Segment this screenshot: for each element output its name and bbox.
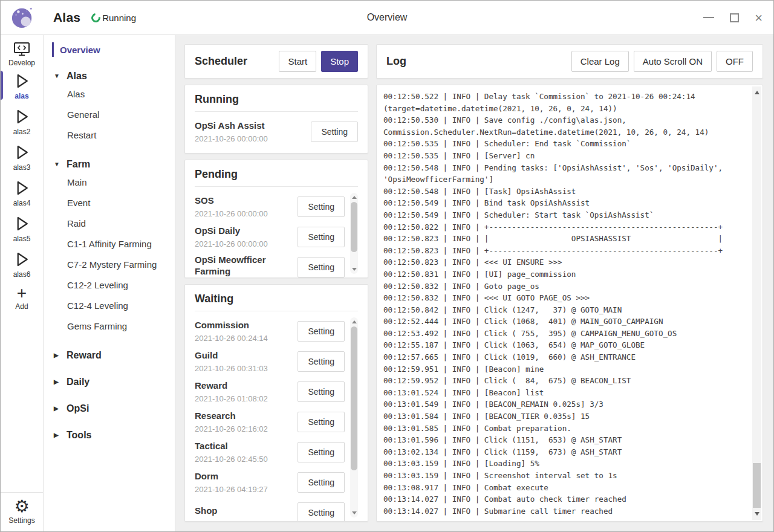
start-button[interactable]: Start [279,51,316,72]
status-label: Running [102,13,136,23]
scroll-up-icon[interactable] [352,320,357,323]
pending-list: SOS 2021-10-26 00:00:00 Setting OpSi Dai… [195,187,358,277]
waiting-scrollbar[interactable] [350,317,358,517]
log-line: 00:12:50.832 | INFO | <<< UI GOTO PAGE_O… [383,292,744,304]
setting-button[interactable]: Setting [298,472,345,493]
rail-label-alas: alas [15,92,28,100]
nav-group-reward[interactable]: ▶ Reward [44,348,175,363]
chevron-right-icon: ▶ [54,405,60,412]
scheduler-title: Scheduler [195,55,279,68]
log-line: 00:12:50.530 | INFO | Save config ./conf… [383,114,744,126]
nav-item-c12-4-leveling[interactable]: C12-4 Leveling [44,295,175,316]
setting-button[interactable]: Setting [298,227,345,247]
nav-group-label: Farm [67,159,90,170]
task-time: 2021-10-26 00:00:00 [195,209,298,218]
log-line: Commission.Scheduler.NextRun=datetime.da… [383,126,744,138]
log-line: 00:13:03.159 | INFO | [Loading] 5% [383,458,744,470]
rail-item-alas4[interactable]: alas4 [1,176,43,212]
app-title: Alas [53,10,80,25]
scroll-up-icon[interactable] [755,91,759,94]
task-name: Commission [195,320,298,331]
running-panel: Running OpSi Ash Assist 2021-10-26 00:00… [184,85,368,154]
nav-item-overview[interactable]: Overview [52,42,175,57]
log-lines: 00:12:50.522 | INFO | Delay task `Commis… [383,91,744,517]
nav-item-restart[interactable]: Restart [44,125,175,145]
setting-button[interactable]: Setting [298,381,345,402]
rail-item-alas3[interactable]: alas3 [1,140,43,176]
nav-item-gems-farming[interactable]: Gems Farming [44,316,175,336]
task-row: Shop Setting [195,498,345,521]
log-line: 00:13:03.159 | INFO | Screenshot interva… [383,470,744,482]
log-line: 'OpsiMeowfficerFarming'] [383,174,744,186]
task-time: 2021-10-26 00:31:03 [195,364,298,373]
nav-item-c1-1-affinity-farming[interactable]: C1-1 Affinity Farming [44,233,175,254]
scrollbar-thumb[interactable] [753,463,761,508]
chevron-down-icon: ▼ [54,73,60,79]
scroll-down-icon[interactable] [755,512,759,516]
log-line: 00:12:50.549 | INFO | Scheduler: Start t… [383,209,744,221]
scroll-up-icon[interactable] [352,196,357,199]
scroll-down-icon[interactable] [352,268,357,271]
task-name: Shop [195,505,298,517]
log-line: 00:13:08.917 | INFO | Combat execute [383,482,744,494]
scroll-down-icon[interactable] [352,511,357,514]
task-name: Dorm [195,471,298,482]
nav-item-alas[interactable]: Alas [44,83,175,104]
window-controls: × [703,13,763,22]
rail-item-alas[interactable]: alas [1,69,43,105]
task-info: Tactical 2021-10-26 02:45:50 [195,441,298,464]
task-time: 2021-10-26 02:45:50 [195,455,298,464]
nav-group-daily[interactable]: ▶ Daily [44,374,175,389]
setting-button[interactable]: Setting [298,321,345,342]
play-icon [13,71,31,91]
play-icon [13,107,31,126]
log-line: 00:12:50.535 | INFO | [Server] cn [383,150,744,162]
setting-button[interactable]: Setting [298,442,345,462]
setting-button[interactable]: Setting [298,412,345,432]
task-info: Commission 2021-10-26 00:24:14 [195,320,298,343]
waiting-panel: Waiting Commission 2021-10-26 00:24:14 S… [184,284,368,522]
setting-button[interactable]: Setting [298,351,345,372]
setting-button[interactable]: Setting [311,122,358,142]
autoscroll-off-button[interactable]: OFF [717,51,753,72]
task-info: OpSi Meowfficer Farming [195,255,298,277]
nav-item-c7-2-mystery-farming[interactable]: C7-2 Mystery Farming [44,254,175,274]
nav-group-farm[interactable]: ▼ Farm [44,157,175,172]
log-line: 00:12:59.951 | INFO | [Beacon] mine [383,363,744,375]
nav-group-opsi[interactable]: ▶ OpSi [44,401,175,416]
nav-group-alas[interactable]: ▼ Alas [44,68,175,83]
setting-button[interactable]: Setting [298,196,345,217]
setting-button[interactable]: Setting [298,257,345,277]
scrollbar-thumb[interactable] [351,326,357,470]
maximize-icon[interactable] [730,13,739,22]
nav-item-general[interactable]: General [44,104,175,125]
rail-item-alas6[interactable]: alas6 [1,247,43,283]
rail-item-alas2[interactable]: alas2 [1,105,43,140]
alas-logo-icon [11,6,34,29]
rail-item-alas5[interactable]: alas5 [1,212,43,247]
nav-item-c12-2-leveling[interactable]: C12-2 Leveling [44,274,175,295]
rail-item-develop[interactable]: Develop [1,35,43,69]
clear-log-button[interactable]: Clear Log [571,51,629,72]
scrollbar-thumb[interactable] [351,202,357,252]
task-info: Guild 2021-10-26 00:31:03 [195,350,298,374]
log-line: 00:12:50.535 | INFO | Scheduler: End tas… [383,138,744,150]
rail-label-alas3: alas3 [13,163,31,172]
pending-scrollbar[interactable] [350,193,358,274]
minimize-icon[interactable] [703,17,714,18]
stop-button[interactable]: Stop [321,51,358,72]
rail-item-settings[interactable]: ⚙ Settings [1,492,43,531]
log-line: 00:12:50.823 | INFO | | OPSIASHASSIST | [383,233,744,245]
setting-button[interactable]: Setting [298,502,345,521]
rail-item-add[interactable]: + Add [1,283,43,319]
nav-item-main[interactable]: Main [44,172,175,192]
task-row: OpSi Ash Assist 2021-10-26 00:00:00 Sett… [195,117,358,147]
log-line: 00:13:14.027 | INFO | Submarine call tim… [383,505,744,517]
close-icon[interactable]: × [755,13,763,22]
nav-item-raid[interactable]: Raid [44,213,175,233]
autoscroll-on-button[interactable]: Auto Scroll ON [634,51,712,72]
nav-group-tools[interactable]: ▶ Tools [44,427,175,443]
nav-item-event[interactable]: Event [44,192,175,213]
active-instance-bar [1,71,3,100]
log-scrollbar[interactable] [752,86,761,520]
